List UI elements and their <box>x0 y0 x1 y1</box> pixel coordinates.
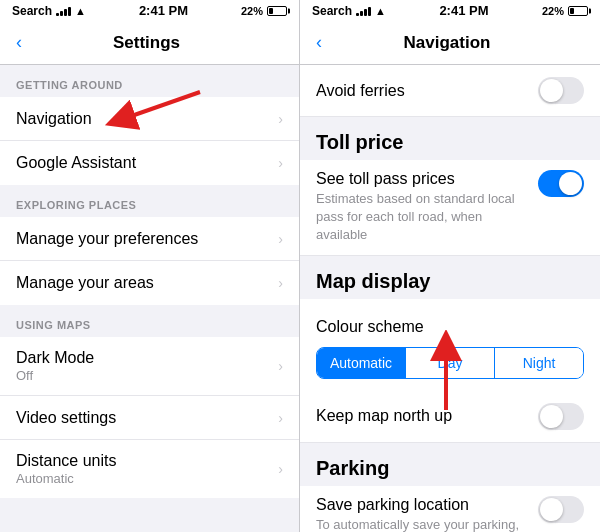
google-assistant-chevron: › <box>278 155 283 171</box>
dark-mode-row[interactable]: Dark Mode Off › <box>0 337 299 396</box>
left-battery-pct: 22% <box>241 5 263 17</box>
right-signal-icon <box>356 6 371 16</box>
wifi-icon: ▲ <box>75 5 86 17</box>
navigation-row[interactable]: Navigation › <box>0 97 299 141</box>
save-parking-row[interactable]: Save parking location To automatically s… <box>300 486 600 532</box>
right-time: 2:41 PM <box>439 3 488 18</box>
manage-preferences-title: Manage your preferences <box>16 230 198 248</box>
manage-areas-row[interactable]: Manage your areas › <box>0 261 299 305</box>
toll-pass-subtitle: Estimates based on standard local pass f… <box>316 190 528 245</box>
right-nav-bar: ‹ Navigation <box>300 21 600 65</box>
seg-day[interactable]: Day <box>405 348 494 378</box>
toll-price-header: Toll price <box>300 117 600 160</box>
distance-units-row[interactable]: Distance units Automatic › <box>0 440 299 498</box>
right-back-button[interactable]: ‹ <box>316 32 322 53</box>
right-status-bar: Search ▲ 2:41 PM 22% <box>300 0 600 21</box>
toll-pass-row[interactable]: See toll pass prices Estimates based on … <box>300 160 600 256</box>
left-nav-title: Settings <box>34 33 259 53</box>
avoid-ferries-row[interactable]: Avoid ferries <box>300 65 600 117</box>
right-panel: Search ▲ 2:41 PM 22% ‹ Navigation <box>300 0 600 532</box>
navigation-chevron: › <box>278 111 283 127</box>
left-back-button[interactable]: ‹ <box>16 32 22 53</box>
right-nav-title: Navigation <box>334 33 560 53</box>
map-display-header: Map display <box>300 256 600 299</box>
seg-automatic[interactable]: Automatic <box>317 348 405 378</box>
navigation-title: Navigation <box>16 110 92 128</box>
video-settings-title: Video settings <box>16 409 116 427</box>
save-parking-title: Save parking location <box>316 496 528 514</box>
toll-pass-toggle[interactable] <box>538 170 584 197</box>
getting-around-group: Navigation › Google Assistant › <box>0 97 299 185</box>
manage-areas-title: Manage your areas <box>16 274 154 292</box>
parking-header: Parking <box>300 443 600 486</box>
left-scroll-content: GETTING AROUND Navigation › Google Assis… <box>0 65 299 532</box>
section-label-using-maps: USING MAPS <box>0 305 299 337</box>
toll-pass-title: See toll pass prices <box>316 170 528 188</box>
dark-mode-chevron: › <box>278 358 283 374</box>
keep-north-up-row[interactable]: Keep map north up <box>300 391 600 443</box>
colour-scheme-label: Colour scheme <box>316 318 424 336</box>
section-label-exploring-places: EXPLORING PLACES <box>0 185 299 217</box>
segmented-control: Automatic Day Night <box>316 347 584 379</box>
avoid-ferries-toggle[interactable] <box>538 77 584 104</box>
manage-areas-chevron: › <box>278 275 283 291</box>
using-maps-group: Dark Mode Off › Video settings › Distanc… <box>0 337 299 498</box>
left-panel: Search ▲ 2:41 PM 22% ‹ Settings <box>0 0 300 532</box>
right-wifi-icon: ▲ <box>375 5 386 17</box>
left-nav-bar: ‹ Settings <box>0 21 299 65</box>
signal-icon <box>56 6 71 16</box>
video-settings-row[interactable]: Video settings › <box>0 396 299 440</box>
keep-north-up-title: Keep map north up <box>316 407 452 425</box>
distance-units-subtitle: Automatic <box>16 471 117 486</box>
distance-units-title: Distance units <box>16 452 117 470</box>
left-time: 2:41 PM <box>139 3 188 18</box>
right-battery-pct: 22% <box>542 5 564 17</box>
right-search-label: Search <box>312 4 352 18</box>
save-parking-toggle[interactable] <box>538 496 584 523</box>
keep-north-up-toggle[interactable] <box>538 403 584 430</box>
segmented-container: Automatic Day Night <box>300 343 600 391</box>
right-scroll-content: Avoid ferries Toll price See toll pass p… <box>300 65 600 532</box>
save-parking-subtitle: To automatically save your parking, set … <box>316 516 528 532</box>
distance-units-chevron: › <box>278 461 283 477</box>
manage-preferences-chevron: › <box>278 231 283 247</box>
google-assistant-row[interactable]: Google Assistant › <box>0 141 299 185</box>
left-status-bar: Search ▲ 2:41 PM 22% <box>0 0 299 21</box>
manage-preferences-row[interactable]: Manage your preferences › <box>0 217 299 261</box>
section-label-getting-around: GETTING AROUND <box>0 65 299 97</box>
seg-night[interactable]: Night <box>494 348 583 378</box>
exploring-places-group: Manage your preferences › Manage your ar… <box>0 217 299 305</box>
google-assistant-title: Google Assistant <box>16 154 136 172</box>
avoid-ferries-title: Avoid ferries <box>316 82 405 100</box>
left-battery-icon <box>267 6 287 16</box>
video-settings-chevron: › <box>278 410 283 426</box>
colour-scheme-row: Colour scheme <box>300 299 600 343</box>
search-label: Search <box>12 4 52 18</box>
right-battery-icon <box>568 6 588 16</box>
dark-mode-title: Dark Mode <box>16 349 94 367</box>
dark-mode-subtitle: Off <box>16 368 94 383</box>
